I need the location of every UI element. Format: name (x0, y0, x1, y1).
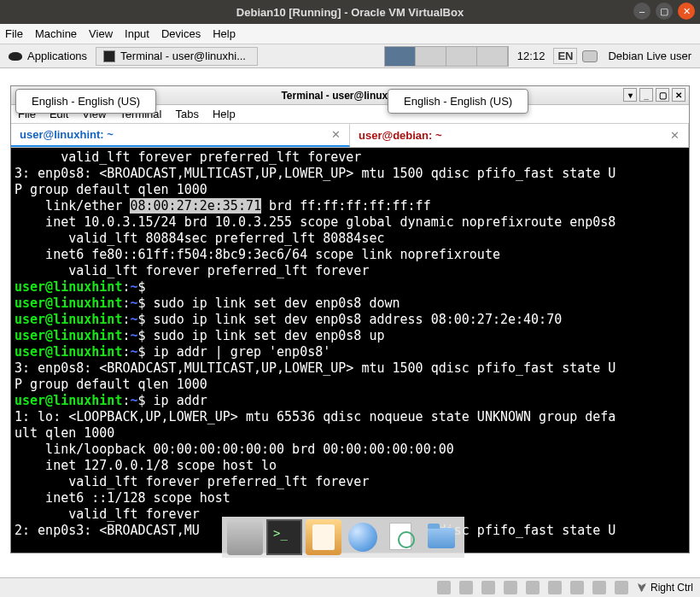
close-button[interactable]: ✕ (678, 3, 695, 20)
applications-label: Applications (27, 50, 87, 62)
notification-icon[interactable] (582, 50, 598, 62)
keyboard-layout-indicator[interactable]: EN (553, 48, 577, 64)
virtualbox-title: Debian10 [Running] - Oracle VM VirtualBo… (236, 6, 464, 19)
vb-menu-view[interactable]: View (89, 27, 113, 40)
dock-item-app-finder[interactable] (384, 519, 420, 555)
workspace-4[interactable] (477, 47, 508, 66)
xfce-panel: Applications Terminal - user@linuxhi... … (0, 44, 700, 68)
minimize-button[interactable]: – (633, 3, 650, 20)
term-menu-tabs[interactable]: Tabs (175, 108, 198, 120)
terminal-close-button[interactable]: ✕ (672, 88, 685, 102)
language-tooltip-right: English - English (US) (388, 89, 528, 114)
dock-item-show-desktop[interactable] (227, 519, 263, 555)
terminal-shade-button[interactable]: ▾ (623, 88, 637, 102)
dock-item-terminal[interactable] (266, 519, 302, 555)
workspace-switcher[interactable] (384, 46, 509, 67)
vb-optical-icon[interactable] (459, 581, 473, 594)
terminal-content[interactable]: valid_lft forever preferred_lft forever3… (11, 148, 689, 553)
taskbar-item-terminal[interactable]: Terminal - user@linuxhi... (96, 47, 258, 66)
terminal-window: Terminal - user@linuxhint: ~ ▾ _ ▢ ✕ Fil… (10, 85, 690, 553)
maximize-button[interactable]: ▢ (656, 3, 673, 20)
terminal-tab-bar: user@linuxhint: ~ ✕ user@debian: ~ ✕ (11, 124, 689, 148)
vb-audio-icon[interactable] (481, 581, 495, 594)
clock[interactable]: 12:12 (514, 50, 549, 62)
applications-menu-button[interactable]: Applications (3, 47, 90, 66)
taskbar-item-label: Terminal - user@linuxhi... (120, 50, 246, 62)
dock-item-file-manager[interactable] (306, 519, 341, 555)
user-menu[interactable]: Debian Live user (603, 50, 697, 62)
vb-usb-icon[interactable] (526, 581, 540, 594)
vb-recording-icon[interactable] (592, 581, 606, 594)
vb-shared-folder-icon[interactable] (548, 581, 562, 594)
virtualbox-statusbar: ⮟ Right Ctrl (0, 577, 700, 597)
terminal-tab-2-label: user@debian: ~ (359, 129, 442, 142)
vb-menu-help[interactable]: Help (213, 27, 236, 40)
terminal-tab-2[interactable]: user@debian: ~ ✕ (350, 124, 689, 147)
vb-network-icon[interactable] (504, 581, 517, 594)
language-tooltip-left: English - English (US) (15, 89, 156, 114)
terminal-icon (103, 50, 115, 62)
terminal-tab-1[interactable]: user@linuxhint: ~ ✕ (11, 124, 350, 147)
virtualbox-menubar: File Machine View Input Devices Help (0, 24, 700, 44)
chevron-down-icon: ⮟ (637, 582, 647, 594)
workspace-3[interactable] (446, 47, 477, 66)
workspace-1[interactable] (385, 47, 416, 66)
dock-item-home-folder[interactable] (423, 519, 459, 555)
terminal-tab-2-close-icon[interactable]: ✕ (670, 129, 680, 142)
vb-menu-file[interactable]: File (5, 27, 23, 40)
vb-menu-input[interactable]: Input (125, 27, 149, 40)
vb-cpu-icon[interactable] (615, 581, 628, 594)
virtualbox-titlebar: Debian10 [Running] - Oracle VM VirtualBo… (0, 0, 700, 24)
workspace-2[interactable] (416, 47, 446, 66)
terminal-tab-1-label: user@linuxhint: ~ (20, 128, 114, 141)
vb-menu-devices[interactable]: Devices (161, 27, 201, 40)
debian-logo-icon (7, 49, 24, 64)
term-menu-help[interactable]: Help (213, 108, 236, 120)
terminal-minimize-button[interactable]: _ (639, 88, 653, 102)
dock-item-web-browser[interactable] (345, 519, 381, 555)
host-key-indicator[interactable]: ⮟ Right Ctrl (637, 582, 693, 594)
vb-hard-disk-icon[interactable] (437, 581, 451, 594)
host-key-label: Right Ctrl (650, 582, 693, 594)
dock (222, 517, 464, 558)
vb-menu-machine[interactable]: Machine (35, 27, 77, 40)
terminal-tab-1-close-icon[interactable]: ✕ (331, 128, 341, 141)
vb-display-icon[interactable] (570, 581, 584, 594)
terminal-maximize-button[interactable]: ▢ (656, 88, 669, 102)
